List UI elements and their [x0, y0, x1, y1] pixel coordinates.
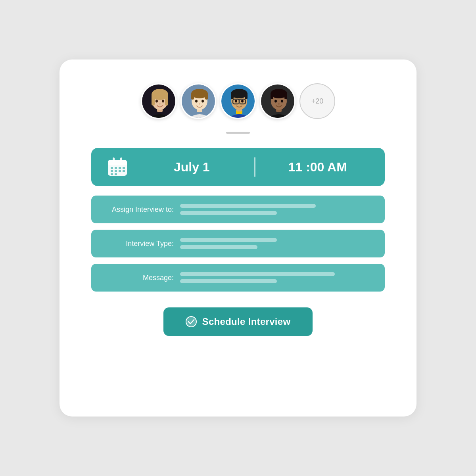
- svg-rect-57: [123, 170, 125, 172]
- svg-rect-15: [191, 94, 194, 100]
- svg-point-18: [202, 100, 204, 103]
- extra-count-badge: +20: [299, 83, 335, 119]
- assign-interview-field[interactable]: Assign Interview to:: [91, 196, 385, 223]
- svg-rect-26: [231, 94, 234, 99]
- avatar-2: [180, 83, 216, 119]
- svg-point-29: [241, 100, 244, 103]
- svg-rect-52: [119, 167, 121, 169]
- svg-rect-53: [123, 167, 125, 169]
- schedule-interview-button[interactable]: Schedule Interview: [163, 307, 313, 336]
- field-line-2: [180, 211, 277, 215]
- schedule-interview-card: +20: [60, 60, 416, 416]
- message-value: [180, 272, 374, 283]
- field-line-3: [180, 238, 277, 242]
- svg-point-7: [155, 100, 158, 103]
- assign-interview-value: [180, 204, 374, 215]
- svg-rect-40: [271, 94, 273, 99]
- checkmark-icon: [186, 316, 197, 327]
- calendar-icon: [106, 155, 129, 179]
- svg-rect-51: [115, 167, 117, 169]
- datetime-bar: July 1 11 :00 AM: [91, 148, 385, 186]
- svg-rect-41: [284, 94, 287, 99]
- svg-point-28: [235, 100, 237, 103]
- svg-rect-50: [111, 167, 113, 169]
- svg-rect-47: [108, 163, 127, 165]
- interview-type-label: Interview Type:: [102, 240, 174, 248]
- svg-point-9: [159, 104, 161, 105]
- avatar-row: +20: [141, 83, 335, 119]
- message-field[interactable]: Message:: [91, 264, 385, 292]
- message-label: Message:: [102, 274, 174, 282]
- field-line-6: [180, 279, 277, 283]
- svg-point-44: [278, 104, 280, 105]
- field-line-5: [180, 272, 335, 276]
- interview-time: 11 :00 AM: [265, 160, 371, 175]
- svg-rect-58: [111, 173, 113, 175]
- svg-rect-16: [205, 94, 208, 100]
- svg-point-19: [199, 104, 200, 105]
- svg-rect-56: [119, 170, 121, 172]
- form-fields: Assign Interview to: Interview Type: Mes…: [91, 196, 385, 292]
- interview-date: July 1: [139, 160, 245, 175]
- interview-type-field[interactable]: Interview Type:: [91, 230, 385, 257]
- svg-rect-27: [245, 94, 248, 99]
- svg-rect-6: [165, 94, 168, 106]
- svg-rect-55: [115, 170, 117, 172]
- svg-rect-5: [152, 94, 155, 106]
- avatar-4: [260, 83, 296, 119]
- assign-interview-label: Assign Interview to:: [102, 205, 174, 214]
- svg-rect-54: [111, 170, 113, 172]
- schedule-button-label: Schedule Interview: [202, 316, 291, 327]
- avatar-3: [220, 83, 256, 119]
- field-line-1: [180, 204, 316, 208]
- field-line-4: [180, 245, 257, 249]
- avatar-1: [141, 83, 177, 119]
- svg-rect-48: [113, 157, 115, 162]
- interview-type-value: [180, 238, 374, 249]
- svg-point-17: [195, 100, 198, 103]
- svg-point-60: [186, 317, 196, 327]
- svg-point-43: [281, 100, 283, 103]
- svg-rect-49: [120, 157, 122, 162]
- scroll-indicator: [226, 132, 250, 134]
- svg-point-8: [162, 100, 164, 103]
- datetime-divider: [254, 157, 255, 177]
- svg-rect-59: [115, 173, 117, 175]
- svg-point-42: [274, 100, 277, 103]
- svg-point-34: [238, 104, 240, 105]
